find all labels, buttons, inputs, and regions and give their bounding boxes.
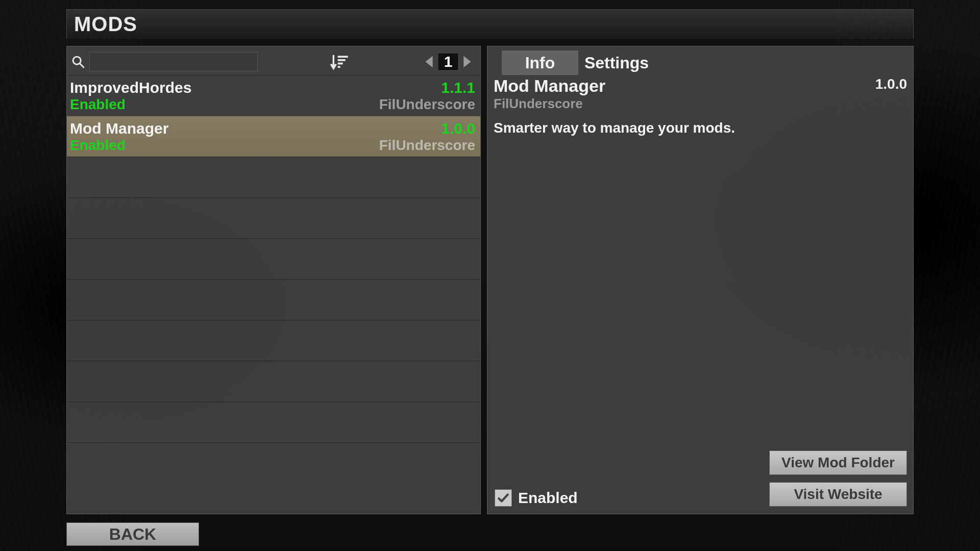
pager: 1 [421,53,475,70]
svg-rect-4 [338,63,343,65]
page-title: MODS [66,9,914,39]
mod-list-panel: 1 ImprovedHordes1.1.1EnabledFilUnderscor… [66,46,481,514]
mod-row-empty [67,361,480,402]
mod-name: Mod Manager [70,120,379,137]
page-next-icon[interactable] [458,53,475,70]
svg-rect-5 [338,66,340,68]
mod-row[interactable]: ImprovedHordes1.1.1EnabledFilUnderscore [67,75,480,116]
tab-settings[interactable]: Settings [578,51,655,75]
mod-author: FilUnderscore [379,96,475,113]
tab-info[interactable]: Info [502,51,578,75]
mod-list: ImprovedHordes1.1.1EnabledFilUnderscoreM… [67,75,480,514]
visit-website-button[interactable]: Visit Website [769,482,907,507]
mod-name: ImprovedHordes [70,79,379,96]
search-wrap [71,52,258,71]
mod-row-empty [67,320,480,361]
mod-row-empty [67,238,480,279]
mod-version: 1.1.1 [441,79,475,96]
mods-screen: MODS [0,0,980,551]
search-icon [71,55,85,69]
checkmark-icon [495,489,512,507]
mod-status: Enabled [70,137,379,154]
mod-row[interactable]: Mod Manager1.0.0EnabledFilUnderscore [67,116,480,157]
detail-header: Mod Manager 1.0.0 FilUnderscore Smarter … [487,75,913,136]
svg-rect-2 [338,56,348,58]
sort-icon[interactable] [329,52,350,72]
mod-status: Enabled [70,96,379,113]
svg-rect-3 [338,59,346,61]
svg-line-1 [80,64,84,68]
enabled-label: Enabled [518,489,578,507]
mod-row-empty [67,157,480,197]
detail-mod-description: Smarter way to manage your mods. [494,120,907,136]
mod-row-empty [67,279,480,320]
page-prev-icon[interactable] [421,53,438,70]
detail-footer: Enabled View Mod Folder Visit Website [487,445,913,514]
mod-list-toolbar: 1 [67,46,480,75]
view-mod-folder-button[interactable]: View Mod Folder [769,450,907,475]
panels: 1 ImprovedHordes1.1.1EnabledFilUnderscor… [66,46,914,514]
mod-row-empty [67,402,480,442]
mod-detail-panel: InfoSettings Mod Manager 1.0.0 FilUnders… [487,46,914,514]
page-number: 1 [438,54,458,70]
detail-tabs: InfoSettings [487,46,913,75]
mod-version: 1.0.0 [441,120,475,137]
mod-row-empty [67,442,480,483]
mod-row-empty [67,197,480,238]
detail-mod-version: 1.0.0 [875,76,907,96]
mod-author: FilUnderscore [379,137,475,154]
search-input[interactable] [89,52,258,71]
enabled-toggle[interactable]: Enabled [495,489,762,507]
svg-point-0 [73,57,81,64]
detail-mod-author: FilUnderscore [494,96,907,112]
detail-mod-name: Mod Manager [494,76,875,96]
back-button[interactable]: BACK [66,522,199,546]
